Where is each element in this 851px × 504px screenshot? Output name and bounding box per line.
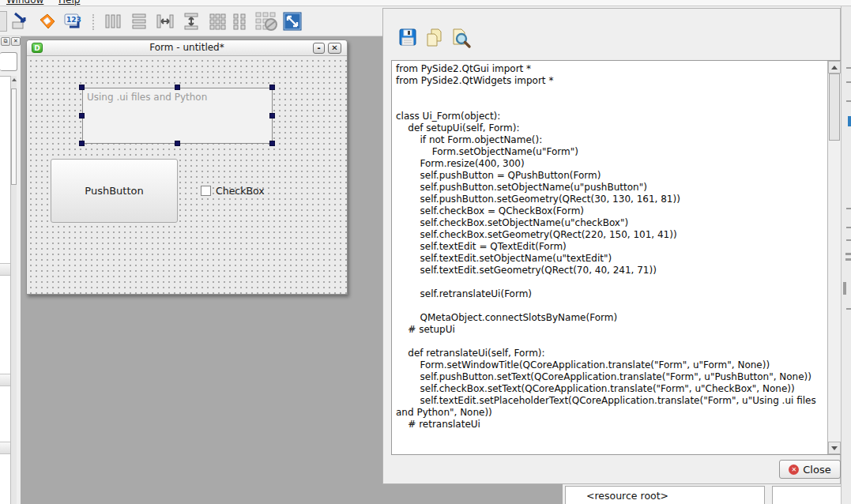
selection-handle[interactable]	[79, 113, 85, 118]
checkbox-indicator[interactable]	[201, 186, 211, 196]
edit-widgets-icon[interactable]	[0, 11, 7, 32]
menu-help[interactable]: Help	[58, 0, 80, 6]
scroll-down-icon[interactable]	[828, 442, 841, 454]
copy-all-icon[interactable]	[424, 28, 445, 48]
form-window-titlebar[interactable]: D Form - untitled* - ✕	[27, 40, 347, 56]
form-window-title: Form - untitled*	[27, 42, 347, 53]
code-line: self.textEdit = QTextEdit(Form)	[396, 241, 827, 253]
close-circle-icon: ✕	[789, 465, 799, 475]
code-line: self.pushButton.setGeometry(QRect(30, 13…	[396, 194, 827, 205]
resource-root-item[interactable]: <resource root>	[586, 490, 668, 502]
code-line: Form.resize(400, 300)	[396, 158, 827, 170]
code-line: self.retranslateUi(Form)	[396, 288, 827, 300]
code-line	[396, 87, 827, 99]
code-line: def setupUi(self, Form):	[396, 122, 827, 134]
code-line	[396, 336, 827, 348]
scroll-up-icon[interactable]	[828, 61, 841, 73]
close-dock-icon[interactable]: ✕	[11, 37, 21, 46]
code-viewer[interactable]: from PySide2.QtGui import *from PySide2.…	[391, 60, 842, 455]
right-panel-edge	[841, 6, 851, 504]
edit-tab-order-icon[interactable]: 123	[62, 11, 83, 32]
form-canvas[interactable]: Using .ui files and Python PushButton Ch…	[27, 56, 347, 294]
code-line: self.textEdit.setObjectName(u"textEdit")	[396, 253, 827, 265]
mdi-area-bottom	[382, 484, 563, 504]
edit-buddies-icon[interactable]	[37, 11, 58, 32]
selection-handle[interactable]	[175, 85, 180, 90]
scrollbar-thumb[interactable]	[829, 73, 840, 141]
toolbar-separator	[92, 14, 94, 30]
code-text[interactable]: from PySide2.QtGui import *from PySide2.…	[392, 61, 827, 454]
widget-box-scrollbar[interactable]	[10, 76, 17, 504]
resource-preview-pane	[772, 486, 842, 504]
code-line: self.textEdit.setGeometry(QRect(70, 40, …	[396, 265, 827, 276]
selection-handle[interactable]	[269, 113, 275, 118]
code-line: class Ui_Form(object):	[396, 111, 827, 122]
menu-window[interactable]: Window	[6, 0, 43, 6]
code-line: if not Form.objectName():	[396, 134, 827, 146]
find-icon[interactable]	[450, 28, 470, 48]
code-line	[396, 99, 827, 111]
code-line: from PySide2.QtGui import *	[396, 63, 827, 75]
close-button[interactable]: ✕ Close	[779, 460, 841, 479]
code-line: self.textEdit.setPlaceholderText(QCoreAp…	[396, 395, 827, 407]
checkbox-widget[interactable]: CheckBox	[201, 175, 281, 207]
minimize-button[interactable]: -	[313, 43, 325, 54]
resource-tree[interactable]: <resource root>	[565, 486, 765, 504]
widget-category[interactable]	[0, 374, 10, 386]
code-line	[396, 300, 827, 312]
code-line: self.checkBox.setObjectName(u"checkBox")	[396, 217, 827, 229]
code-scrollbar[interactable]	[827, 61, 841, 454]
selection-handle[interactable]	[175, 141, 180, 146]
code-line: Form.setObjectName(u"Form")	[396, 146, 827, 158]
break-layout-icon[interactable]	[254, 11, 278, 32]
textedit-widget[interactable]: Using .ui files and Python	[82, 88, 273, 144]
widget-box-list[interactable]	[0, 76, 10, 504]
code-line	[396, 276, 827, 288]
layout-vertical-icon[interactable]	[129, 11, 149, 32]
checkbox-label: CheckBox	[216, 185, 265, 197]
code-line: Form.setWindowTitle(QCoreApplication.tra…	[396, 359, 827, 371]
code-line: def retranslateUi(self, Form):	[396, 348, 827, 359]
code-line: self.checkBox.setGeometry(QRect(220, 150…	[396, 229, 827, 241]
layout-vertical-splitter-icon[interactable]	[181, 11, 201, 32]
float-dock-icon[interactable]: ⧉	[1, 37, 10, 46]
scrollbar-thumb[interactable]	[11, 88, 17, 185]
code-line: # retranslateUi	[396, 419, 827, 431]
code-line: self.pushButton.setObjectName(u"pushButt…	[396, 182, 827, 194]
close-window-button[interactable]: ✕	[328, 43, 341, 54]
layout-horizontal-splitter-icon[interactable]	[155, 11, 175, 32]
layout-form-icon[interactable]	[232, 11, 249, 32]
widget-box-dock: ⧉ ✕	[0, 36, 21, 504]
form-editor-window: D Form - untitled* - ✕ Using .ui files a…	[26, 39, 348, 295]
code-line: from PySide2.QtWidgets import *	[396, 75, 827, 87]
selection-handle[interactable]	[79, 141, 85, 146]
code-line: # setupUi	[396, 324, 827, 336]
qt-designer-screen: Window Help 123	[0, 0, 851, 504]
widget-category[interactable]	[0, 263, 10, 276]
close-button-label: Close	[803, 464, 830, 476]
menubar: Window Help	[0, 0, 851, 6]
pushbutton-widget[interactable]: PushButton	[51, 159, 178, 223]
save-icon[interactable]	[398, 28, 419, 48]
edit-signals-slots-icon[interactable]	[10, 11, 31, 32]
widget-filter-input[interactable]	[0, 52, 17, 71]
code-line: self.checkBox = QCheckBox(Form)	[396, 205, 827, 217]
layout-grid-icon[interactable]	[207, 11, 228, 32]
widget-category[interactable]	[0, 442, 10, 454]
code-line: self.pushButton.setText(QCoreApplication…	[396, 371, 827, 383]
code-line: self.pushButton = QPushButton(Form)	[396, 170, 827, 182]
code-line: self.checkBox.setText(QCoreApplication.t…	[396, 383, 827, 395]
view-code-dialog: from PySide2.QtGui import *from PySide2.…	[382, 8, 841, 484]
selection-handle[interactable]	[269, 85, 275, 90]
code-line: QMetaObject.connectSlotsByName(Form)	[396, 312, 827, 324]
adjust-size-icon[interactable]	[282, 11, 303, 32]
code-line: and Python", None))	[396, 407, 827, 419]
layout-horizontal-icon[interactable]	[103, 11, 123, 32]
selection-handle[interactable]	[79, 85, 85, 90]
selection-handle[interactable]	[269, 141, 275, 146]
selected-row-fragment	[848, 116, 851, 126]
scroll-up-icon	[12, 78, 17, 81]
